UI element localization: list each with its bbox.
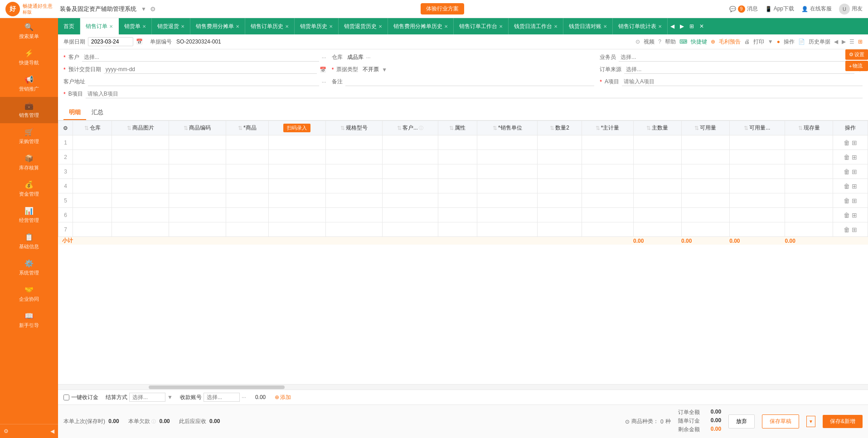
- sidebar-item-operations[interactable]: 📊 经营管理: [0, 202, 58, 228]
- sidebar-collapse-icon[interactable]: ◀: [50, 428, 54, 434]
- sidebar-item-search[interactable]: 🔍 搜索菜单: [0, 18, 58, 44]
- history-label[interactable]: 历史单据: [809, 38, 830, 46]
- row-main-unit[interactable]: [582, 208, 633, 222]
- copy-icon-3[interactable]: ⊞: [852, 183, 857, 190]
- sidebar-item-sales[interactable]: 💼 销售管理: [0, 97, 58, 123]
- close-tab-11[interactable]: ✕: [603, 24, 607, 29]
- nav-tab-stats[interactable]: 销售订单统计表 ✕: [613, 18, 668, 34]
- sidebar-item-guide[interactable]: 📖 新手引导: [0, 307, 58, 333]
- shortcut-label[interactable]: 快捷键: [691, 38, 707, 46]
- row-main-qty[interactable]: [633, 193, 681, 208]
- date-input[interactable]: [88, 37, 133, 46]
- form-view-icon[interactable]: ⊞: [858, 39, 863, 45]
- close-sales-order-tab[interactable]: ✕: [109, 24, 113, 29]
- save-draft-dropdown[interactable]: ▼: [806, 416, 815, 427]
- save-draft-btn[interactable]: 保存草稿: [762, 414, 799, 428]
- sort-icon-customer-code[interactable]: ⇅: [397, 125, 402, 131]
- row-qty2[interactable]: [538, 179, 582, 193]
- sort-icon-main-unit[interactable]: ⇅: [596, 125, 600, 131]
- payment-dropdown[interactable]: ▼: [167, 394, 173, 400]
- logistics-btn[interactable]: + 物流: [845, 61, 868, 71]
- sort-icon-available2[interactable]: ⇅: [744, 125, 748, 131]
- settings-panel-btn[interactable]: ⚙ 设置: [845, 49, 868, 60]
- row-warehouse[interactable]: [73, 135, 112, 150]
- row-warehouse[interactable]: [73, 222, 112, 237]
- list-view-icon[interactable]: ☰: [849, 39, 854, 45]
- info-icon[interactable]: ⓘ: [419, 125, 423, 131]
- nav-prev[interactable]: ◀: [668, 18, 677, 34]
- row-spec[interactable]: [325, 150, 383, 164]
- warehouse-more[interactable]: ···: [366, 54, 371, 61]
- row-main-unit[interactable]: [582, 179, 633, 193]
- sort-icon-qty2[interactable]: ⇅: [550, 125, 554, 131]
- row-code[interactable]: [169, 164, 226, 179]
- row-main-unit[interactable]: [582, 222, 633, 237]
- row-code[interactable]: [169, 193, 226, 208]
- row-customer-code[interactable]: [383, 164, 438, 179]
- customer-more[interactable]: ···: [322, 54, 326, 61]
- one-key-checkbox-input[interactable]: [63, 395, 69, 400]
- row-attr[interactable]: [438, 135, 477, 150]
- salesperson-input[interactable]: [619, 53, 855, 62]
- nav-tab-sales-goods[interactable]: 销货单 ✕: [119, 18, 152, 34]
- sidebar-item-shortcut[interactable]: ⚡ 快捷导航: [0, 44, 58, 71]
- copy-icon-5[interactable]: ⊞: [852, 212, 857, 219]
- profit-label[interactable]: 毛利预告: [719, 38, 741, 46]
- nav-tab-sales-order[interactable]: 销售订单 ✕: [80, 18, 119, 34]
- row-unit[interactable]: [477, 208, 538, 222]
- row-unit[interactable]: [477, 193, 538, 208]
- row-main-qty[interactable]: [633, 179, 681, 193]
- scrollbar-thumb[interactable]: [149, 385, 285, 389]
- row-product[interactable]: [226, 222, 268, 237]
- account-more[interactable]: ···: [242, 394, 246, 400]
- nav-arrow-left[interactable]: ◀: [834, 39, 838, 45]
- sidebar-settings-icon[interactable]: ⚙: [4, 428, 9, 434]
- row-warehouse[interactable]: [73, 164, 112, 179]
- customer-input[interactable]: [82, 53, 319, 62]
- row-code[interactable]: [169, 179, 226, 193]
- sort-icon-spec[interactable]: ⇅: [340, 125, 345, 131]
- sidebar-item-inventory[interactable]: 📦 库存核算: [0, 149, 58, 176]
- row-qty2[interactable]: [538, 150, 582, 164]
- invoice-dropdown[interactable]: ▼: [382, 67, 387, 73]
- close-tab-6[interactable]: ✕: [329, 24, 333, 29]
- nav-tab-goods-history[interactable]: 销货单历史 ✕: [295, 18, 339, 34]
- row-main-qty[interactable]: [633, 208, 681, 222]
- address-input[interactable]: [88, 77, 319, 86]
- dropdown-icon[interactable]: ▼: [141, 6, 146, 12]
- delete-icon-1[interactable]: 🗑: [844, 154, 850, 161]
- row-product[interactable]: [226, 164, 268, 179]
- delete-icon-2[interactable]: 🗑: [844, 168, 850, 175]
- b-project-input[interactable]: [86, 90, 863, 98]
- row-customer-code[interactable]: [383, 179, 438, 193]
- sort-icon-attr[interactable]: ⇅: [449, 125, 454, 131]
- close-tab-3[interactable]: ✕: [181, 24, 184, 29]
- close-tab-10[interactable]: ✕: [554, 24, 558, 29]
- horizontal-scrollbar[interactable]: [58, 384, 868, 390]
- message-item[interactable]: 💬 9 消息: [729, 5, 758, 13]
- sort-icon-main-qty[interactable]: ⇅: [646, 125, 651, 131]
- row-product[interactable]: [226, 150, 268, 164]
- row-customer-code[interactable]: [383, 193, 438, 208]
- nav-tab-fee-split[interactable]: 销售费用分摊单 ✕: [190, 18, 245, 34]
- row-customer-code[interactable]: [383, 222, 438, 237]
- row-warehouse[interactable]: [73, 193, 112, 208]
- nav-tab-order-history[interactable]: 销售订单历史 ✕: [245, 18, 295, 34]
- copy-icon-0[interactable]: ⊞: [852, 139, 857, 146]
- tab-detail[interactable]: 明细: [63, 106, 86, 120]
- row-product[interactable]: [226, 135, 268, 150]
- row-main-qty[interactable]: [633, 222, 681, 237]
- sort-icon-warehouse[interactable]: ⇅: [84, 125, 89, 131]
- row-main-qty[interactable]: [633, 135, 681, 150]
- nav-tab-cash-workbench[interactable]: 钱货日清工作台 ✕: [509, 18, 563, 34]
- row-qty2[interactable]: [538, 135, 582, 150]
- print-dropdown[interactable]: ▼: [768, 39, 773, 45]
- row-product[interactable]: [226, 193, 268, 208]
- row-qty2[interactable]: [538, 164, 582, 179]
- delete-icon-4[interactable]: 🗑: [844, 197, 850, 204]
- delete-icon-5[interactable]: 🗑: [844, 212, 850, 219]
- close-tab-9[interactable]: ✕: [499, 24, 503, 29]
- row-main-qty[interactable]: [633, 164, 681, 179]
- sidebar-item-purchase[interactable]: 🛒 采购管理: [0, 123, 58, 149]
- delivery-date-input[interactable]: [104, 65, 317, 74]
